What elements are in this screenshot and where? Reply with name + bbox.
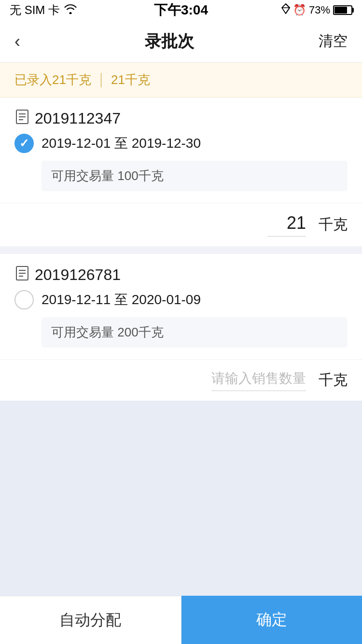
info-bar: 已录入21千克 21千克 [0, 63, 362, 98]
auto-distribute-button[interactable]: 自动分配 [0, 596, 181, 644]
batch-item-1[interactable]: 2019112347 2019-12-01 至 2019-12-30 可用交易量… [0, 98, 362, 203]
section-divider [0, 246, 362, 254]
batch2-id-icon [14, 266, 30, 284]
batch1-id-row: 2019112347 [14, 109, 348, 128]
alarm-icon: ⏰ [293, 4, 306, 16]
status-bar: 无 SIM 卡 下午3:04 ⏰ 73% [0, 0, 362, 20]
batch1-id-icon [14, 109, 30, 128]
batch2-quantity-row: 请输入销售数量 千克 [0, 359, 362, 401]
batch2-id: 2019126781 [35, 266, 121, 284]
batch2-input-wrapper: 请输入销售数量 [211, 369, 306, 391]
bottom-bar: 自动分配 确定 [0, 596, 362, 644]
batch2-avail: 可用交易量 200千克 [42, 317, 348, 348]
batch1-avail: 可用交易量 100千克 [42, 161, 348, 191]
batch-item-2[interactable]: 2019126781 2019-12-11 至 2020-01-09 可用交易量… [0, 254, 362, 359]
recorded-label: 已录入21千克 [14, 71, 91, 88]
batch1-id: 2019112347 [35, 110, 121, 127]
confirm-button[interactable]: 确定 [181, 596, 362, 644]
nav-bar: ‹ 录批次 清空 [0, 20, 362, 63]
info-divider [101, 73, 101, 87]
batch2-radio[interactable] [14, 290, 34, 309]
clear-button[interactable]: 清空 [319, 31, 348, 51]
status-left: 无 SIM 卡 [10, 2, 77, 18]
page-content: 已录入21千克 21千克 2019112347 [0, 63, 362, 644]
batch1-unit: 千克 [319, 215, 348, 235]
battery-icon [333, 4, 352, 16]
batch1-date: 2019-12-01 至 2019-12-30 [42, 134, 201, 153]
status-right: ⏰ 73% [281, 3, 352, 17]
batch2-date: 2019-12-11 至 2020-01-09 [42, 291, 201, 309]
no-sim-text: 无 SIM 卡 [10, 2, 60, 18]
batch1-quantity-row: 21 千克 [0, 203, 362, 246]
back-button[interactable]: ‹ [14, 31, 20, 52]
batch1-radio[interactable] [14, 134, 34, 153]
battery-percent: 73% [309, 4, 330, 16]
recorded-value: 21千克 [111, 71, 150, 88]
batch2-quantity-placeholder[interactable]: 请输入销售数量 [211, 369, 306, 388]
batch-card-1: 2019112347 2019-12-01 至 2019-12-30 可用交易量… [0, 98, 362, 246]
batch1-input-wrapper: 21 [267, 213, 306, 237]
batch-card-2: 2019126781 2019-12-11 至 2020-01-09 可用交易量… [0, 254, 362, 401]
batch2-unit: 千克 [319, 370, 348, 390]
status-time: 下午3:04 [154, 1, 208, 19]
wifi-icon [64, 3, 77, 17]
batch1-quantity-value[interactable]: 21 [287, 213, 306, 233]
batch1-date-row: 2019-12-01 至 2019-12-30 [14, 134, 348, 153]
batch2-date-row: 2019-12-11 至 2020-01-09 [14, 290, 348, 309]
nav-title: 录批次 [145, 30, 194, 53]
batch2-id-row: 2019126781 [14, 266, 348, 284]
empty-area [0, 401, 362, 596]
location-icon [281, 3, 290, 17]
